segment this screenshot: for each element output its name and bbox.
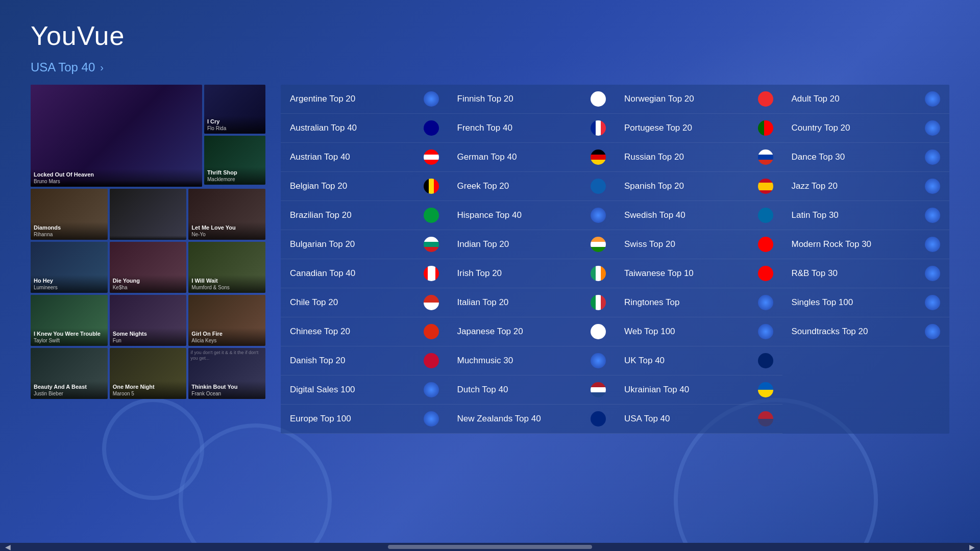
- chart-item[interactable]: German Top 40: [448, 143, 616, 172]
- chart-item[interactable]: Ukrainian Top 40: [615, 375, 782, 405]
- flag-icon: [591, 179, 606, 194]
- chart-item[interactable]: Bulgarian Top 20: [281, 230, 448, 259]
- flag-icon: [424, 91, 439, 107]
- chart-label: Finnish Top 20: [457, 94, 513, 104]
- chart-item[interactable]: Japanese Top 20: [448, 317, 616, 346]
- chart-item[interactable]: UK Top 40: [615, 346, 782, 375]
- chart-item[interactable]: Latin Top 30: [782, 201, 950, 230]
- flag-icon: [758, 382, 773, 397]
- chart-item[interactable]: Europe Top 100: [281, 405, 448, 434]
- chart-item[interactable]: Norwegian Top 20: [615, 85, 782, 114]
- chart-item[interactable]: Modern Rock Top 30: [782, 230, 950, 259]
- chart-item[interactable]: Web Top 100: [615, 317, 782, 346]
- chart-item[interactable]: New Zealands Top 40: [448, 405, 616, 434]
- flag-icon: [925, 324, 940, 339]
- chart-item[interactable]: Chinese Top 20: [281, 317, 448, 346]
- chart-item[interactable]: Adult Top 20: [782, 85, 950, 114]
- chart-item[interactable]: Italian Top 20: [448, 288, 616, 317]
- chart-label: Russian Top 20: [624, 152, 684, 162]
- flag-icon: [424, 237, 439, 252]
- flag-icon: [925, 179, 940, 194]
- chevron-right-icon: ›: [100, 62, 104, 73]
- chart-item[interactable]: Soundtracks Top 20: [782, 317, 950, 346]
- thumbnail-medium-2[interactable]: [110, 189, 187, 240]
- flag-icon: [591, 120, 606, 136]
- thumbnail-medium-11[interactable]: One More Night Maroon 5: [110, 348, 187, 399]
- thumbnail-medium-6[interactable]: I Will Wait Mumford & Sons: [188, 242, 265, 293]
- thumbnail-medium-10[interactable]: Beauty And A Beast Justin Bieber: [31, 348, 108, 399]
- thumb-label-1: Locked Out Of Heaven Bruno Mars: [31, 169, 202, 187]
- scrollbar[interactable]: ◀ ▶: [0, 543, 980, 551]
- flag-icon: [758, 120, 773, 136]
- chart-label: Dance Top 30: [792, 152, 845, 162]
- chart-item[interactable]: Dutch Top 40: [448, 375, 616, 405]
- chart-item[interactable]: Singles Top 100: [782, 288, 950, 317]
- section-title[interactable]: USA Top 40: [31, 60, 95, 74]
- chart-label: Chile Top 20: [290, 297, 338, 308]
- chart-label: Swedish Top 40: [624, 210, 685, 220]
- thumbnail-medium-4[interactable]: Ho Hey Lumineers: [31, 242, 108, 293]
- chart-item[interactable]: Swedish Top 40: [615, 201, 782, 230]
- chart-item[interactable]: Swiss Top 20: [615, 230, 782, 259]
- chart-item[interactable]: Canadian Top 40: [281, 259, 448, 288]
- chart-item[interactable]: Taiwanese Top 10: [615, 259, 782, 288]
- thumbnail-medium-8[interactable]: Some Nights Fun: [110, 295, 187, 346]
- chart-item[interactable]: Ringtones Top: [615, 288, 782, 317]
- chart-item[interactable]: Greek Top 20: [448, 172, 616, 201]
- thumbnail-small-1[interactable]: I Cry Flo Rida: [204, 85, 265, 134]
- flag-icon: [591, 237, 606, 252]
- chart-item[interactable]: Brazilian Top 20: [281, 201, 448, 230]
- thumbnail-medium-9[interactable]: Girl On Fire Alicia Keys: [188, 295, 265, 346]
- chart-label: Chinese Top 20: [290, 327, 350, 337]
- chart-item[interactable]: Muchmusic 30: [448, 346, 616, 375]
- flag-icon: [424, 179, 439, 194]
- thumbnail-medium-1[interactable]: Diamonds Rihanna: [31, 189, 108, 240]
- chart-item[interactable]: Country Top 20: [782, 114, 950, 143]
- thumb-row-4: I Knew You Were Trouble Taylor Swift Som…: [31, 295, 265, 346]
- flag-icon: [591, 208, 606, 223]
- app-title: YouVue: [31, 20, 949, 51]
- scroll-thumb[interactable]: [388, 545, 592, 549]
- chart-item[interactable]: French Top 40: [448, 114, 616, 143]
- chart-item[interactable]: USA Top 40: [615, 405, 782, 434]
- chart-label: Muchmusic 30: [457, 356, 513, 366]
- chart-item[interactable]: Indian Top 20: [448, 230, 616, 259]
- chart-label: Europe Top 100: [290, 414, 351, 424]
- thumbnail-large[interactable]: Locked Out Of Heaven Bruno Mars: [31, 85, 202, 187]
- chart-label: Bulgarian Top 20: [290, 239, 355, 249]
- chart-item[interactable]: Spanish Top 20: [615, 172, 782, 201]
- chart-label: Canadian Top 40: [290, 268, 355, 279]
- chart-item[interactable]: Danish Top 20: [281, 346, 448, 375]
- chart-item[interactable]: Digital Sales 100: [281, 375, 448, 405]
- chart-label: Jazz Top 20: [792, 181, 838, 191]
- chart-item[interactable]: Irish Top 20: [448, 259, 616, 288]
- chart-item[interactable]: Jazz Top 20: [782, 172, 950, 201]
- chart-label: Spanish Top 20: [624, 181, 684, 191]
- chart-label: Austrian Top 40: [290, 152, 350, 162]
- chart-item[interactable]: Argentine Top 20: [281, 85, 448, 114]
- scroll-right-arrow[interactable]: ▶: [964, 543, 980, 551]
- chart-item[interactable]: Austrian Top 40: [281, 143, 448, 172]
- chart-item[interactable]: Chile Top 20: [281, 288, 448, 317]
- chart-label: Hispance Top 40: [457, 210, 522, 220]
- thumbnail-small-2[interactable]: Thrift Shop Macklemore: [204, 136, 265, 185]
- chart-item[interactable]: Portugese Top 20: [615, 114, 782, 143]
- chart-item[interactable]: Belgian Top 20: [281, 172, 448, 201]
- chart-item[interactable]: Finnish Top 20: [448, 85, 616, 114]
- chart-item[interactable]: Australian Top 40: [281, 114, 448, 143]
- chart-item[interactable]: Dance Top 30: [782, 143, 950, 172]
- chart-item[interactable]: R&B Top 30: [782, 259, 950, 288]
- thumbnail-medium-12[interactable]: if you don't get it & & it the if don't …: [188, 348, 265, 399]
- thumbnail-medium-5[interactable]: Die Young Ke$ha: [110, 242, 187, 293]
- chart-label: R&B Top 30: [792, 268, 838, 279]
- chart-label: Ukrainian Top 40: [624, 385, 689, 395]
- thumbnail-medium-7[interactable]: I Knew You Were Trouble Taylor Swift: [31, 295, 108, 346]
- thumb-label-6: Let Me Love You Ne-Yo: [188, 222, 265, 240]
- chart-item[interactable]: Russian Top 20: [615, 143, 782, 172]
- chart-item[interactable]: Hispance Top 40: [448, 201, 616, 230]
- chart-label: Argentine Top 20: [290, 94, 355, 104]
- chart-label: French Top 40: [457, 123, 512, 133]
- scroll-left-arrow[interactable]: ◀: [0, 543, 16, 551]
- thumbnail-medium-3[interactable]: Let Me Love You Ne-Yo: [188, 189, 265, 240]
- chart-label: Taiwanese Top 10: [624, 268, 694, 279]
